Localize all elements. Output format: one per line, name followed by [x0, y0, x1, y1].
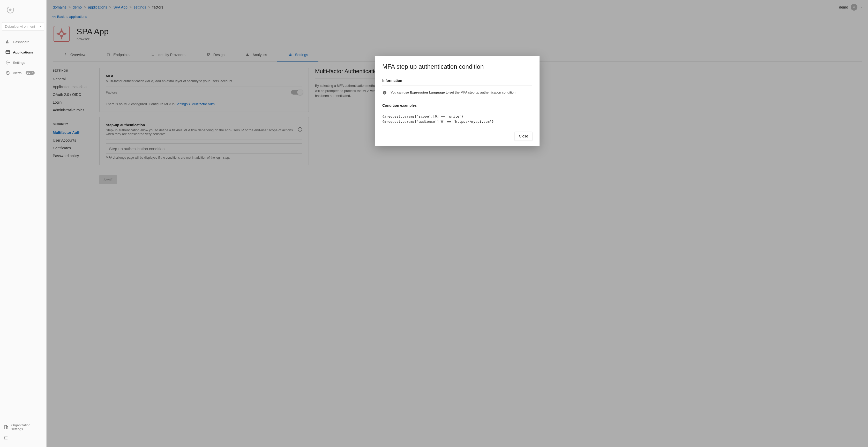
svg-rect-8	[5, 425, 7, 429]
modal-info-text: You can use Expression Language to set t…	[391, 90, 517, 95]
svg-rect-3	[7, 40, 8, 43]
modal-info-text-suffix: to set the MFA step up authentication co…	[445, 91, 517, 94]
collapse-sidebar-button[interactable]	[0, 434, 46, 442]
sidebar-item-organization-settings[interactable]: Organization settings	[0, 421, 46, 434]
modal-overlay[interactable]: MFA step up authentication condition Inf…	[46, 0, 868, 447]
main-panel: domains> demo> applications> SPA App> se…	[46, 0, 868, 447]
applications-icon	[5, 49, 10, 55]
environment-select[interactable]: Default environment ▾	[2, 22, 44, 31]
svg-rect-5	[6, 50, 10, 54]
sidebar-item-label: Applications	[13, 50, 33, 54]
modal-info-text-prefix: You can use	[391, 91, 410, 94]
modal-section-examples: Condition examples	[382, 101, 532, 110]
sidebar: Default environment ▾ Dashboard Applicat…	[0, 0, 46, 447]
environment-select-label: Default environment	[5, 25, 35, 28]
modal-section-information: Information	[382, 76, 532, 85]
clock-icon	[5, 70, 10, 75]
gear-icon	[5, 60, 10, 65]
modal-title: MFA step up authentication condition	[382, 63, 532, 70]
svg-point-6	[7, 62, 8, 63]
organization-icon	[4, 424, 9, 430]
sidebar-item-alerts[interactable]: Alerts BETA	[0, 68, 46, 78]
sidebar-item-label: Dashboard	[13, 40, 30, 44]
svg-rect-2	[6, 42, 7, 44]
dashboard-icon	[5, 39, 10, 44]
svg-point-1	[9, 9, 12, 11]
sidebar-item-applications[interactable]: Applications	[0, 47, 46, 57]
beta-badge: BETA	[26, 71, 35, 75]
sidebar-item-label: Settings	[13, 61, 25, 65]
close-button[interactable]: Close	[515, 132, 532, 141]
modal-example-code: {#request.params['scope'][0] == 'write'}…	[382, 110, 532, 132]
stepup-condition-modal: MFA step up authentication condition Inf…	[375, 56, 539, 146]
info-icon	[382, 91, 387, 95]
modal-info-text-bold: Expression Language	[410, 91, 445, 94]
sidebar-item-label: Organization settings	[11, 423, 43, 431]
sidebar-item-settings[interactable]: Settings	[0, 57, 46, 68]
svg-rect-4	[8, 42, 9, 43]
app-logo	[6, 5, 15, 14]
svg-rect-9	[6, 426, 8, 429]
sidebar-item-label: Alerts	[13, 71, 22, 75]
chevron-down-icon: ▾	[40, 25, 41, 28]
sidebar-item-dashboard[interactable]: Dashboard	[0, 37, 46, 47]
